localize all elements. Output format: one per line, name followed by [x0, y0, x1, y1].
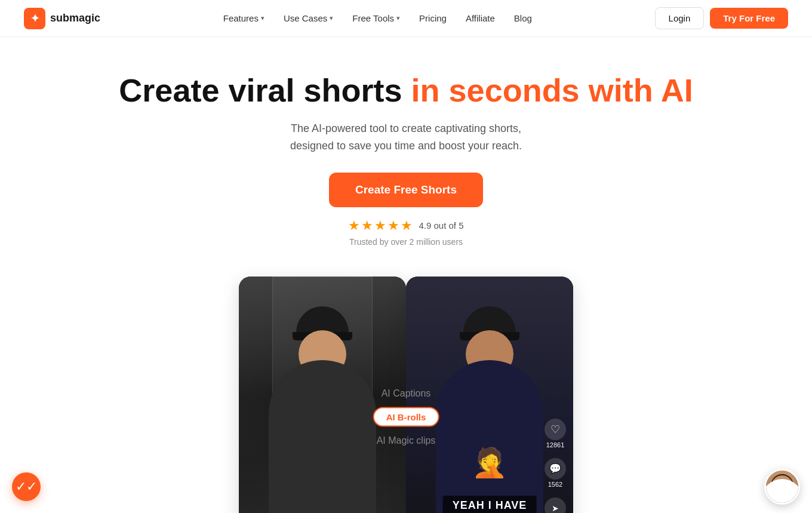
login-button[interactable]: Login [655, 7, 705, 29]
features-panel: AI Captions AI B-rolls AI Magic clips [373, 388, 439, 446]
nav-features[interactable]: Features ▾ [215, 8, 273, 28]
comment-icon: 💬 [545, 458, 566, 480]
navbar: ✦ submagic Features ▾ Use Cases ▾ Free T… [0, 0, 812, 37]
tiktok-caption: YEAH I HAVE [443, 496, 537, 513]
tiktok-actions: ♡ 12861 💬 1562 ➤ 632 [545, 419, 566, 513]
hero-title-plain: Create viral shorts [119, 72, 411, 108]
support-avatar[interactable] [764, 469, 800, 505]
create-free-shorts-button[interactable]: Create Free Shorts [329, 173, 483, 207]
try-free-button[interactable]: Try For Free [710, 8, 788, 29]
like-count: 12861 [546, 441, 565, 449]
chevron-down-icon: ▾ [396, 14, 400, 22]
feature-ai-brolls-badge: AI B-rolls [373, 407, 439, 426]
logo-icon: ✦ [24, 8, 45, 29]
person-body-left [269, 360, 376, 513]
videos-section: NY AI Captions AI B-rolls AI Magic clips… [0, 259, 812, 513]
hero-subtitle: The AI-powered tool to create captivatin… [12, 120, 800, 155]
comment-count: 1562 [548, 481, 562, 488]
share-icon: ➤ [545, 497, 566, 513]
chat-widget[interactable]: ✓✓ [12, 472, 41, 501]
nav-use-cases[interactable]: Use Cases ▾ [275, 8, 342, 28]
feature-ai-magic-clips: AI Magic clips [377, 435, 436, 446]
tiktok-emoji: 🤦 [472, 446, 508, 480]
comment-action[interactable]: 💬 1562 [545, 458, 566, 488]
like-action[interactable]: ♡ 12861 [545, 419, 566, 449]
rating-value: 4.9 out of 5 [419, 220, 463, 231]
chevron-down-icon: ▾ [330, 14, 333, 22]
star-icons: ★★★★★ [348, 218, 414, 234]
checkmark-icon: ✓✓ [16, 479, 37, 494]
trusted-text: Trusted by over 2 million users [12, 237, 800, 247]
nav-links: Features ▾ Use Cases ▾ Free Tools ▾ Pric… [215, 8, 540, 28]
nav-blog[interactable]: Blog [506, 8, 540, 28]
nav-free-tools[interactable]: Free Tools ▾ [344, 8, 408, 28]
hero-section: Create viral shorts in seconds with AI T… [0, 37, 812, 259]
nav-affiliate[interactable]: Affiliate [457, 8, 503, 28]
nav-actions: Login Try For Free [655, 7, 788, 29]
hero-title-highlight: in seconds with AI [411, 72, 693, 108]
nav-pricing[interactable]: Pricing [411, 8, 455, 28]
avatar-face [766, 471, 798, 503]
rating-row: ★★★★★ 4.9 out of 5 [12, 218, 800, 234]
chevron-down-icon: ▾ [261, 14, 264, 22]
brand-name: submagic [50, 12, 100, 24]
avatar-body [766, 479, 798, 503]
logo[interactable]: ✦ submagic [24, 8, 100, 29]
heart-icon: ♡ [545, 419, 566, 440]
share-action[interactable]: ➤ 632 [545, 497, 566, 513]
feature-ai-captions: AI Captions [382, 388, 431, 398]
hero-title: Create viral shorts in seconds with AI [12, 73, 800, 108]
